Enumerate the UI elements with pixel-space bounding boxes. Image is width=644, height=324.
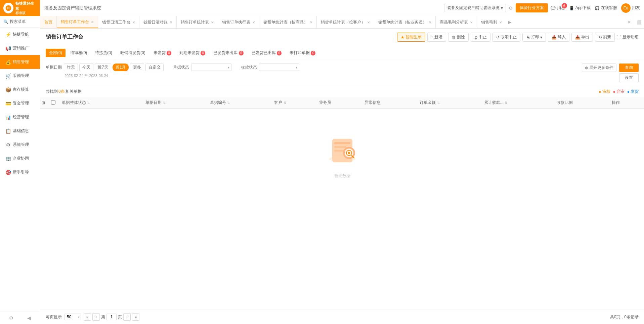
tab-close-sales-gross[interactable]: ✕ xyxy=(499,21,502,24)
sidebar-item-marketing[interactable]: 📢 营销推广 xyxy=(0,41,40,55)
settings-gear-icon[interactable]: ⚙ xyxy=(509,5,513,11)
bulk-audit-btn[interactable]: ● 审核 xyxy=(599,89,610,94)
sidebar-item-finance[interactable]: 💳 资金管理 xyxy=(0,96,40,110)
page-size-select[interactable]: 20 50 100 xyxy=(65,314,81,320)
industry-btn[interactable]: 体验行业方案 xyxy=(516,3,548,12)
tab-bar: 首页 销售订单工作台 ✕ 钱货日清工作台 ✕ 钱货日清对账 ✕ 销售订单统计表 … xyxy=(40,16,644,29)
add-btn[interactable]: + 新增 xyxy=(427,33,446,42)
page-header: 销售订单工作台 ★ 智能生单 + 新增 🗑 删除 ⊘ 中止 ↺ xyxy=(40,29,644,46)
page-size-select-wrap: 20 50 100 xyxy=(65,314,81,320)
set-btn[interactable]: 设置 xyxy=(619,73,639,82)
tab-sales-product[interactable]: 销货单统计表（按商品） ✕ xyxy=(259,16,317,28)
tab-close-cash-check[interactable]: ✕ xyxy=(170,21,172,24)
status-filter-select[interactable] xyxy=(191,64,231,71)
show-detail-checkbox[interactable]: 显示明细 xyxy=(617,34,639,40)
tab-close-sales-exec[interactable]: ✕ xyxy=(252,21,255,24)
tab-restore-btn[interactable]: ⬜ xyxy=(634,16,644,28)
payment-filter-wrap xyxy=(259,64,299,71)
date-btn-custom[interactable]: 自定义 xyxy=(145,64,164,71)
app-download-btn[interactable]: 📱 App下载 xyxy=(569,5,591,11)
refresh-btn[interactable]: ↻ 刷新 xyxy=(595,33,615,42)
sub-tab-all[interactable]: 全部(0) xyxy=(46,49,66,57)
sidebar-item-purchase[interactable]: 🛒 采购管理 xyxy=(0,69,40,83)
sub-tab-expired-not-shipped[interactable]: 到期未发货 0 xyxy=(176,49,209,57)
tab-close-sales-staff[interactable]: ✕ xyxy=(429,21,431,24)
payment-filter-select[interactable] xyxy=(259,64,299,71)
page-input[interactable] xyxy=(106,314,117,320)
th-date[interactable]: 单据日期 ⇅ xyxy=(142,97,207,109)
import-btn[interactable]: 📥 导入 xyxy=(548,33,569,42)
sidebar-item-system[interactable]: ⚙ 系统管理 xyxy=(0,138,40,152)
print-btn[interactable]: 🖨 打印 ▾ xyxy=(522,33,546,42)
select-all-checkbox[interactable] xyxy=(51,100,55,105)
settings-icon[interactable]: ⚙ xyxy=(9,315,13,321)
sub-tab-not-shipped[interactable]: 未发货 0 xyxy=(150,49,175,57)
tab-sales-workbench[interactable]: 销售订单工作台 ✕ xyxy=(57,16,98,28)
sidebar-item-quick-nav[interactable]: ⚡ 快捷导航 xyxy=(0,28,40,41)
th-status[interactable]: 单据整体状态 ⇅ xyxy=(58,97,142,109)
print-dropdown-icon: ▾ xyxy=(540,35,542,40)
sidebar-item-inventory[interactable]: 📦 库存核算 xyxy=(0,83,40,96)
online-service-btn[interactable]: 🎧 在线客服 xyxy=(595,5,617,11)
tab-close-sales-product[interactable]: ✕ xyxy=(310,21,312,24)
message-btn[interactable]: 💬 消息 6 xyxy=(551,5,565,11)
cancel-stop-btn[interactable]: ↺ 取消中止 xyxy=(492,33,520,42)
delete-btn[interactable]: 🗑 删除 xyxy=(448,33,469,42)
sub-tab-not-printed[interactable]: 未打印单据 0 xyxy=(286,49,319,57)
date-btn-1month[interactable]: 近1月 xyxy=(113,64,129,71)
tab-profit-analysis[interactable]: 商品毛利分析表 ✕ xyxy=(436,16,477,28)
next-page-btn[interactable]: › xyxy=(123,313,131,321)
export-btn[interactable]: 📤 导出 xyxy=(571,33,593,42)
tab-cash-check[interactable]: 钱货日清对账 ✕ xyxy=(139,16,177,28)
tab-close-cash-daily[interactable]: ✕ xyxy=(132,21,135,24)
tab-cash-daily[interactable]: 钱货日清工作台 ✕ xyxy=(98,16,139,28)
delete-icon: 🗑 xyxy=(452,35,456,40)
date-btn-more[interactable]: 更多 xyxy=(130,64,144,71)
sub-tab-pending-pickup[interactable]: 待拣货(0) xyxy=(92,49,116,57)
prev-page-btn[interactable]: ‹ xyxy=(92,313,100,321)
tab-close-sales-customer[interactable]: ✕ xyxy=(367,21,370,24)
th-amount[interactable]: 订单金额 ⇅ xyxy=(416,97,481,109)
th-drag: ⊞ xyxy=(40,97,48,109)
system-dropdown-btn[interactable]: 装备及固定资产辅助管理系统 ▾ xyxy=(444,4,506,12)
expand-filter-btn[interactable]: ⊕ 展开更多条件 xyxy=(582,64,616,72)
date-btn-7days[interactable]: 近7天 xyxy=(95,64,111,71)
bulk-ship-btn[interactable]: ● 发货 xyxy=(627,89,639,94)
tab-close-sales-stats[interactable]: ✕ xyxy=(211,21,214,24)
user-menu-btn[interactable]: Ea 用友 xyxy=(621,3,640,13)
tab-sales-exec[interactable]: 销售订单执行表 ✕ xyxy=(218,16,259,28)
topbar-right: 💬 消息 6 📱 App下载 🎧 在线客服 Ea 用友 xyxy=(551,3,640,13)
tab-close-profit[interactable]: ✕ xyxy=(470,21,473,24)
tab-sales-gross[interactable]: 销售毛利 ✕ xyxy=(477,16,506,28)
date-btn-today[interactable]: 今天 xyxy=(79,64,93,71)
tab-add-btn[interactable]: ✕ xyxy=(624,16,634,28)
date-btn-yesterday[interactable]: 昨天 xyxy=(64,64,78,71)
th-number[interactable]: 单据编号 ⇅ xyxy=(207,97,271,109)
collapse-icon[interactable]: ◀ xyxy=(27,315,31,321)
tab-home[interactable]: 首页 xyxy=(40,16,57,28)
tab-sales-staff[interactable]: 销货单统计表（按业务员） ✕ xyxy=(374,16,436,28)
th-customer[interactable]: 客户 ⇅ xyxy=(271,97,316,109)
tab-nav-forward[interactable]: ▶ xyxy=(506,16,513,28)
sidebar-item-guide[interactable]: 🎯 新手引导 xyxy=(0,165,40,179)
show-detail-check[interactable] xyxy=(617,35,621,39)
sidebar-search[interactable]: 🔍 搜索菜单 xyxy=(0,16,40,28)
sub-tab-shipped-out[interactable]: 已发货已出库 0 xyxy=(248,49,285,57)
sub-tab-shipped-not-out[interactable]: 已发货未出库 0 xyxy=(210,49,247,57)
sub-tab-pending-review[interactable]: 待审核(0) xyxy=(67,49,91,57)
tab-sales-customer[interactable]: 销货单统计表（按客户） ✕ xyxy=(317,16,374,28)
bulk-cancel-audit-btn[interactable]: ● 弃审 xyxy=(613,89,625,94)
sidebar-item-base-info[interactable]: 📋 基础信息 xyxy=(0,124,40,138)
first-page-btn[interactable]: « xyxy=(84,313,91,321)
smart-generate-btn[interactable]: ★ 智能生单 xyxy=(397,33,425,42)
sidebar-item-enterprise[interactable]: 🏢 企业协同 xyxy=(0,152,40,165)
sidebar-item-sales[interactable]: 💰 销售管理 xyxy=(0,55,40,69)
sub-tab-wangpu[interactable]: 旺铺待发货(0) xyxy=(117,49,149,57)
query-btn[interactable]: 查询 xyxy=(619,64,639,72)
sidebar-item-operations[interactable]: 📊 经营管理 xyxy=(0,110,40,124)
th-collected[interactable]: 累计收款... ⇅ xyxy=(481,97,553,109)
last-page-btn[interactable]: » xyxy=(132,313,139,321)
stop-btn[interactable]: ⊘ 中止 xyxy=(471,33,490,42)
tab-close-sales-workbench[interactable]: ✕ xyxy=(91,20,94,24)
tab-sales-stats[interactable]: 销售订单统计表 ✕ xyxy=(177,16,218,28)
